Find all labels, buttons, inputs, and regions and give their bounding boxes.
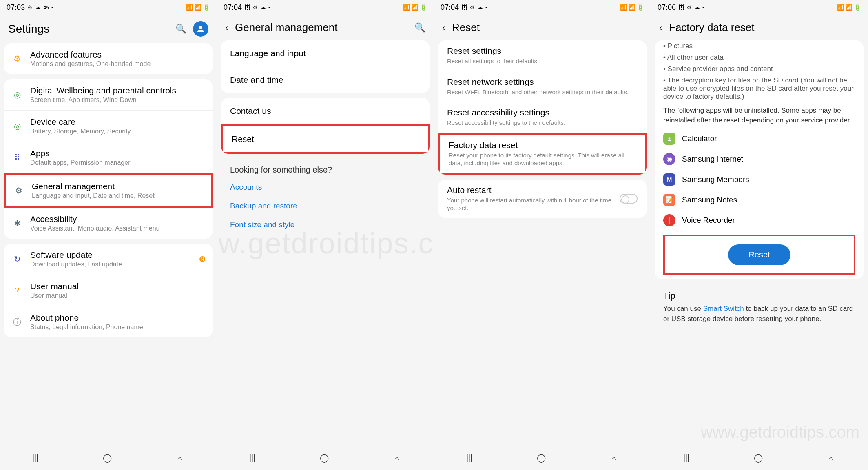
list-item-contact-us[interactable]: Contact us — [221, 98, 430, 124]
more-icon: • — [268, 4, 270, 11]
nav-bar: ||| ◯ ＜ — [217, 446, 434, 470]
info-icon: ⓘ — [11, 316, 23, 328]
bullet-item: • Service provider apps and content — [663, 63, 855, 75]
body-text: The following apps will be uninstalled. … — [655, 102, 864, 129]
cloud-icon: ☁ — [35, 4, 41, 11]
auto-restart-item[interactable]: Auto restart Your phone will restart aut… — [438, 180, 647, 218]
gear-icon: ⚙ — [252, 4, 258, 11]
gear-icon: ⚙ — [11, 53, 23, 64]
nav-bar: ||| ◯ ＜ — [0, 446, 217, 470]
back-arrow[interactable]: ‹ — [225, 22, 228, 33]
page-title: Settings — [8, 22, 169, 35]
settings-item-about-phone[interactable]: ⓘ About phone Status, Legal information,… — [4, 306, 213, 337]
reset-item-settings[interactable]: Reset settings Reset all settings to the… — [438, 40, 647, 71]
bullet-item: • Pictures — [663, 40, 855, 52]
screen-settings: 07:03 ⚙ ☁ 🛍 • 📶 📶 🔋 Settings 🔍 ⚙ Advance… — [0, 0, 217, 470]
notification-badge: N — [199, 256, 205, 262]
recents-button[interactable]: ||| — [249, 453, 256, 463]
settings-item-advanced-features[interactable]: ⚙ Advanced features Motions and gestures… — [4, 43, 213, 74]
status-time: 07:04 — [441, 3, 459, 12]
notes-icon: 📝 — [663, 194, 675, 206]
nav-bar: ||| ◯ ＜ — [651, 446, 868, 470]
tip-text: You can use Smart Switch to back up your… — [655, 304, 864, 324]
recents-button[interactable]: ||| — [32, 453, 39, 463]
settings-item-general-management[interactable]: ⚙ General management Language and input,… — [4, 173, 213, 208]
reset-item-factory[interactable]: Factory data reset Reset your phone to i… — [438, 133, 647, 175]
internet-icon: ◉ — [663, 153, 675, 165]
cloud-icon: ☁ — [477, 4, 483, 11]
screen-general-management: 07:04 🖼 ⚙ ☁ • 📶 📶 🔋 ‹ General management… — [217, 0, 434, 470]
list-item-reset[interactable]: Reset — [221, 124, 430, 154]
wifi-icon: 📶 — [620, 4, 627, 11]
list-item-date-time[interactable]: Date and time — [221, 67, 430, 93]
bullet-item: • The decryption key for files on the SD… — [663, 75, 855, 102]
manual-icon: ? — [11, 285, 23, 296]
back-arrow[interactable]: ‹ — [659, 22, 662, 33]
reset-button[interactable]: Reset — [728, 244, 790, 265]
back-button[interactable]: ＜ — [176, 452, 184, 463]
status-bar: 07:06 🖼 ⚙ ☁ • 📶 📶 🔋 — [651, 0, 868, 15]
gear-icon: ⚙ — [686, 4, 692, 11]
section-label: Looking for something else? — [221, 159, 430, 178]
list-item-language-input[interactable]: Language and input — [221, 40, 430, 67]
settings-item-device-care[interactable]: ◎ Device care Battery, Storage, Memory, … — [4, 111, 213, 142]
gear-icon: ⚙ — [27, 4, 33, 11]
home-button[interactable]: ◯ — [103, 453, 112, 463]
signal-icon: 📶 — [412, 4, 418, 11]
search-icon[interactable]: 🔍 — [414, 22, 425, 33]
signal-icon: 📶 — [195, 4, 202, 11]
recents-button[interactable]: ||| — [466, 453, 473, 463]
page-title: General management — [235, 21, 408, 34]
toggle-switch[interactable] — [620, 194, 638, 204]
signal-icon: 📶 — [629, 4, 636, 11]
link-backup-restore[interactable]: Backup and restore — [221, 197, 430, 215]
page-title: Reset — [452, 21, 642, 34]
home-button[interactable]: ◯ — [754, 453, 763, 463]
wifi-icon: 📶 — [837, 4, 844, 11]
refresh-icon: ↻ — [11, 253, 23, 265]
screen-reset: 07:04 🖼 ⚙ ☁ • 📶 📶 🔋 ‹ Reset Reset settin… — [434, 0, 651, 470]
more-icon: • — [51, 4, 53, 11]
status-bar: 07:04 🖼 ⚙ ☁ • 📶 📶 🔋 — [217, 0, 434, 15]
back-button[interactable]: ＜ — [610, 452, 618, 463]
battery-icon: 🔋 — [420, 4, 427, 11]
back-button[interactable]: ＜ — [393, 452, 401, 463]
page-title: Factory data reset — [669, 21, 859, 34]
battery-icon: 🔋 — [203, 4, 210, 11]
settings-item-software-update[interactable]: ↻ Software update Download updates, Last… — [4, 244, 213, 275]
wellbeing-icon: ◎ — [11, 89, 23, 100]
device-care-icon: ◎ — [11, 120, 23, 132]
back-arrow[interactable]: ‹ — [442, 22, 445, 33]
members-icon: M — [663, 173, 675, 186]
recents-button[interactable]: ||| — [683, 453, 690, 463]
search-icon[interactable]: 🔍 — [175, 24, 186, 34]
nav-bar: ||| ◯ ＜ — [434, 446, 651, 470]
image-icon: 🖼 — [461, 4, 467, 11]
avatar[interactable] — [193, 21, 208, 37]
reset-item-accessibility[interactable]: Reset accessibility settings Reset acces… — [438, 102, 647, 133]
smart-switch-link[interactable]: Smart Switch — [703, 305, 744, 313]
settings-item-user-manual[interactable]: ? User manual User manual — [4, 275, 213, 306]
back-button[interactable]: ＜ — [827, 452, 835, 463]
home-button[interactable]: ◯ — [537, 453, 546, 463]
gear-icon: ⚙ — [469, 4, 475, 11]
wifi-icon: 📶 — [186, 4, 193, 11]
more-icon: • — [485, 4, 487, 11]
app-item-calculator: ± Calculator — [655, 129, 864, 149]
settings-item-apps[interactable]: ⠿ Apps Default apps, Permission manager — [4, 142, 213, 173]
link-font-size-style[interactable]: Font size and style — [221, 215, 430, 234]
bullet-item: • All other user data — [663, 52, 855, 63]
status-time: 07:03 — [7, 3, 25, 12]
app-item-voice-recorder: ‖ Voice Recorder — [655, 210, 864, 231]
header: ‹ General management 🔍 — [217, 15, 434, 40]
calculator-icon: ± — [663, 133, 675, 145]
image-icon: 🖼 — [244, 4, 250, 11]
settings-item-accessibility[interactable]: ✱ Accessibility Voice Assistant, Mono au… — [4, 208, 213, 239]
apps-icon: ⠿ — [11, 152, 23, 163]
link-accounts[interactable]: Accounts — [221, 178, 430, 197]
settings-item-digital-wellbeing[interactable]: ◎ Digital Wellbeing and parental control… — [4, 79, 213, 111]
home-button[interactable]: ◯ — [320, 453, 329, 463]
screen-factory-reset: 07:06 🖼 ⚙ ☁ • 📶 📶 🔋 ‹ Factory data reset… — [651, 0, 868, 470]
reset-item-network[interactable]: Reset network settings Reset Wi-Fi, Blue… — [438, 71, 647, 102]
header: Settings 🔍 — [0, 15, 217, 43]
